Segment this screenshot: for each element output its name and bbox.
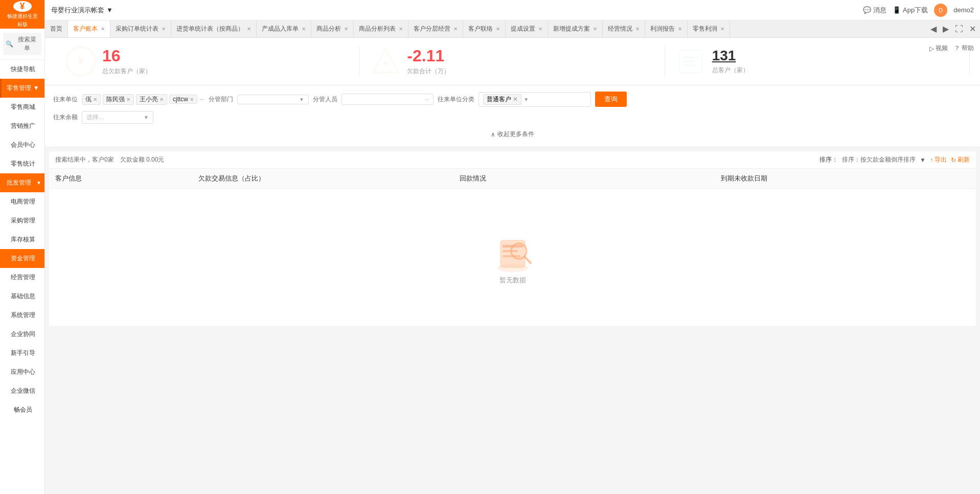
sidebar-item-inventory[interactable]: 库存核算 — [0, 230, 44, 249]
sidebar-item-purchase[interactable]: 采购管理 — [0, 211, 44, 230]
collapse-label: 收起更多条件 — [497, 130, 534, 139]
tag-wa-close[interactable]: ✕ — [93, 97, 97, 102]
sidebar-item-ecommerce[interactable]: 电商管理 — [0, 192, 44, 211]
sidebar-item-operations[interactable]: 经营管理 — [0, 268, 44, 287]
table-toolbar-left: 搜索结果中，客户0家 欠款金额 0.00元 — [55, 155, 164, 164]
tab-close-icon-3[interactable]: ✕ — [247, 26, 251, 32]
query-button[interactable]: 查询 — [595, 92, 627, 107]
unit-type-tag-close[interactable]: ✕ — [513, 96, 518, 103]
filter-tag-wa: 佤 ✕ — [82, 94, 101, 105]
summary-card-debt: ✦ -2.11 欠款合计（万） — [360, 46, 665, 77]
video-label: 视频 — [936, 44, 948, 53]
avatar-letter: D — [939, 7, 943, 13]
tab-scroll-left-icon[interactable]: ◀ — [928, 23, 939, 35]
sort-value: 排序：按欠款金额倒序排序 — [842, 155, 916, 164]
sidebar-item-retail-mgmt[interactable]: 零售管理 ▼ — [0, 79, 44, 98]
messages-button[interactable]: 💬 消息 — [863, 6, 886, 15]
finance-label: 资金管理 — [11, 255, 35, 262]
unit-type-select[interactable]: 普通客户 ✕ ▼ — [478, 92, 591, 107]
filter-tag-wangxiaoliang: 王小亮 ✕ — [136, 94, 167, 105]
tag-wangxiaoliang-close[interactable]: ✕ — [159, 97, 164, 102]
sidebar-item-member-center[interactable]: 会员中心 — [0, 136, 44, 154]
retail-mall-label: 零售商城 — [11, 103, 35, 110]
tab-home[interactable]: 首页 — [45, 20, 68, 38]
search-icon: 🔍 — [6, 40, 13, 48]
basic-info-label: 基础信息 — [11, 293, 35, 300]
tab-customer-accounts[interactable]: 客户账本 ✕ — [68, 20, 110, 38]
sidebar-item-member-pro[interactable]: 畅会员 — [0, 400, 44, 419]
tab-close-icon-12[interactable]: ✕ — [678, 26, 682, 32]
tab-business-status[interactable]: 经营情况 ✕ — [603, 20, 645, 38]
sort-arrow-icon[interactable]: ▼ — [920, 156, 926, 164]
card3-value: 131 — [712, 48, 749, 64]
tab-scroll-right-icon[interactable]: ▶ — [941, 23, 951, 35]
app-selector-label: 母婴行业演示帐套 — [51, 6, 104, 15]
tab-close-icon-7[interactable]: ✕ — [453, 26, 458, 32]
avatar[interactable]: D — [934, 4, 947, 17]
export-button[interactable]: ↑ 导出 — [930, 155, 947, 164]
tab-customer-contact[interactable]: 客户联络 ✕ — [463, 20, 506, 38]
tab-close-icon-4[interactable]: ✕ — [302, 26, 306, 32]
sidebar-item-new-user-guide[interactable]: 新手引导 — [0, 344, 44, 363]
sort-label: 排序： — [819, 155, 838, 164]
balance-select[interactable]: 选择... ▼ — [82, 111, 153, 124]
tab-close-icon-6[interactable]: ✕ — [399, 26, 403, 32]
tab-close-icon-13[interactable]: ✕ — [720, 26, 724, 32]
tab-close-icon-5[interactable]: ✕ — [344, 26, 348, 32]
tab-retail-profit[interactable]: 零售利润 ✕ — [688, 20, 730, 38]
tab-close-icon[interactable]: ✕ — [101, 26, 105, 32]
tab-customer-contact-label: 客户联络 — [468, 25, 493, 33]
sidebar-item-finance[interactable]: 资金管理 — [0, 249, 44, 268]
person-input[interactable]: ··· — [341, 94, 434, 105]
sidebar-item-app-center[interactable]: 应用中心 — [0, 363, 44, 381]
logo-symbol: ¥ — [19, 1, 25, 12]
sidebar-item-basic-info[interactable]: 基础信息 — [0, 287, 44, 306]
app-selector[interactable]: 母婴行业演示帐套 ▼ — [51, 6, 113, 15]
sidebar-item-enterprise-wechat[interactable]: 企业微信 — [0, 381, 44, 400]
refresh-label: 刷新 — [958, 155, 970, 164]
person-input-field[interactable] — [346, 96, 423, 103]
video-help-link[interactable]: ▷ 视频 — [929, 44, 948, 53]
tag-cjttcw-close[interactable]: ✕ — [190, 97, 194, 102]
tab-close-icon-2[interactable]: ✕ — [162, 26, 166, 32]
app-download-button[interactable]: 📱 App下载 — [893, 6, 928, 15]
card2-icon: ✦ — [370, 46, 401, 77]
refresh-button[interactable]: ↻ 刷新 — [951, 155, 970, 164]
tab-close-all-icon[interactable]: ✕ — [967, 23, 978, 35]
tab-close-icon-11[interactable]: ✕ — [635, 26, 640, 32]
tab-production-warehouse[interactable]: 产成品入库单 ✕ — [257, 20, 311, 38]
filter-tag-chenminqiang: 陈民强 ✕ — [103, 94, 134, 105]
collapse-button[interactable]: ∧ 收起更多条件 — [53, 128, 972, 141]
tab-profit-report[interactable]: 利润报告 ✕ — [645, 20, 688, 38]
tab-maximize-icon[interactable]: ⛶ — [953, 24, 965, 35]
sidebar-item-marketing[interactable]: 营销推广 — [0, 117, 44, 136]
tab-customer-segments[interactable]: 客户分层经营 ✕ — [408, 20, 463, 38]
tab-new-promotion-plan[interactable]: 新增提成方案 ✕ — [548, 20, 603, 38]
retail-mgmt-label: 零售管理 — [7, 84, 31, 92]
sidebar-item-wholesale-mgmt[interactable]: 批发管理 ▼ — [0, 173, 44, 192]
person-more-icon[interactable]: ··· — [425, 97, 429, 102]
sidebar-item-system-mgmt[interactable]: 系统管理 — [0, 306, 44, 325]
tag-chenminqiang-close[interactable]: ✕ — [126, 97, 130, 102]
inventory-label: 库存核算 — [11, 236, 35, 243]
filter-unit-tags: 佤 ✕ 陈民强 ✕ 王小亮 ✕ cjttcw ✕ ··· — [82, 94, 204, 105]
tab-close-icon-10[interactable]: ✕ — [593, 26, 597, 32]
sidebar-item-quick-nav[interactable]: 快捷导航 — [0, 60, 44, 79]
help-link[interactable]: ？ 帮助 — [954, 44, 974, 53]
filter-more-btn[interactable]: ··· — [199, 96, 204, 103]
sidebar-item-enterprise-collab[interactable]: 企业协同 — [0, 325, 44, 344]
export-icon: ↑ — [930, 156, 933, 164]
sidebar-item-retail-stats[interactable]: 零售统计 — [0, 154, 44, 173]
tab-purchase-orders[interactable]: 采购订单统计表 ✕ — [110, 20, 171, 38]
dept-select[interactable]: ▼ — [237, 95, 309, 104]
tab-incoming-stats[interactable]: 进货单统计表（按商品） ✕ — [171, 20, 257, 38]
sidebar-item-retail-mall[interactable]: 零售商城 — [0, 98, 44, 117]
tab-product-analysis[interactable]: 商品分析 ✕ — [311, 20, 354, 38]
tab-product-analysis-list[interactable]: 商品分析列表 ✕ — [354, 20, 408, 38]
tab-bar-controls: ◀ ▶ ⛶ ✕ — [926, 23, 980, 35]
help-label-text: 帮助 — [962, 44, 974, 53]
tab-close-icon-8[interactable]: ✕ — [496, 26, 500, 32]
search-menu-button[interactable]: 🔍 搜索菜单 — [3, 33, 41, 55]
tab-promotion-settings[interactable]: 提成设置 ✕ — [506, 20, 548, 38]
tab-close-icon-9[interactable]: ✕ — [538, 26, 542, 32]
